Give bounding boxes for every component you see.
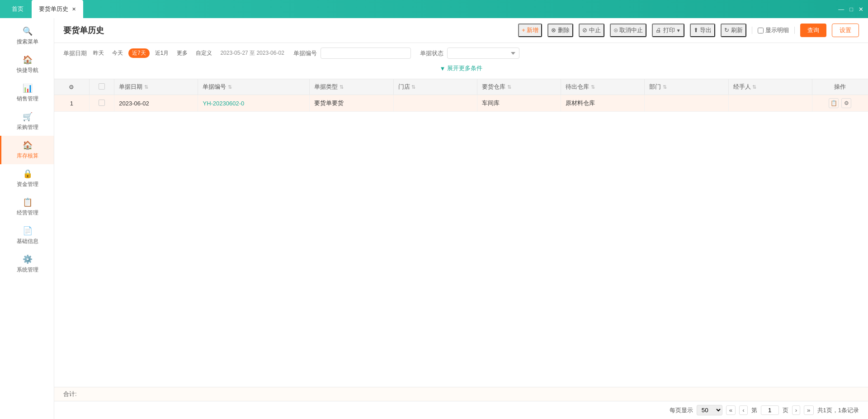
search-menu-icon: 🔍 xyxy=(23,26,33,36)
export-button-label: ⬆ 导出 xyxy=(693,26,712,34)
tab-home[interactable]: 首页 xyxy=(5,0,31,18)
sidebar-item-search-menu-label: 搜索菜单 xyxy=(17,38,38,46)
date-shortcut-more[interactable]: 更多 xyxy=(174,48,190,58)
expand-more-icon: ▼ xyxy=(440,65,446,72)
close-icon[interactable]: ✕ xyxy=(859,6,863,13)
maximize-icon[interactable]: □ xyxy=(849,6,853,13)
col-type-sort-icon[interactable]: ⇅ xyxy=(340,84,344,90)
inventory-icon: 🏠 xyxy=(23,140,33,150)
system-mgmt-icon: ⚙️ xyxy=(23,254,33,264)
print-button[interactable]: 🖨 打印 ▼ xyxy=(652,24,684,37)
date-shortcut-custom[interactable]: 自定义 xyxy=(193,48,215,58)
row-checkbox[interactable] xyxy=(99,100,105,106)
summary-label: 合计: xyxy=(63,390,77,398)
sidebar-item-purchase-mgmt[interactable]: 🛒 采购管理 xyxy=(0,107,54,136)
tab-requisition-history[interactable]: 要货单历史 ✕ xyxy=(32,0,83,18)
col-wait-wh-sort-icon[interactable]: ⇅ xyxy=(591,84,595,90)
display-detail-text: 显示明细 xyxy=(765,26,789,34)
export-button[interactable]: ⬆ 导出 xyxy=(690,24,716,37)
row-wait-wh: 原材料仓库 xyxy=(561,95,645,112)
col-handler-label: 经手人 xyxy=(733,83,751,90)
row-action: 📋 ⚙ xyxy=(812,95,868,112)
col-date-sort-icon[interactable]: ⇅ xyxy=(144,84,148,90)
expand-more-btn[interactable]: ▼ 展开更多条件 xyxy=(63,62,859,74)
sidebar-item-inventory[interactable]: 🏠 库存核算 xyxy=(0,136,54,164)
tab-list: 首页 要货单历史 ✕ xyxy=(5,0,83,18)
per-page-select[interactable]: 50 100 200 xyxy=(697,405,722,415)
sidebar-item-finance[interactable]: 🔒 资金管理 xyxy=(0,164,54,193)
col-settings[interactable]: ⚙ xyxy=(54,79,89,95)
minimize-icon[interactable]: — xyxy=(838,6,844,13)
sidebar-item-operation[interactable]: 📋 经营管理 xyxy=(0,193,54,221)
col-dept-sort-icon[interactable]: ⇅ xyxy=(663,84,667,90)
date-shortcut-today[interactable]: 今天 xyxy=(109,48,126,58)
add-button[interactable]: + 新增 xyxy=(518,24,542,37)
sidebar-item-quick-nav[interactable]: 🏠 快捷导航 xyxy=(0,50,54,79)
stop-button-label: ⊘ 中止 xyxy=(582,26,601,34)
page-label: 第 xyxy=(751,406,757,414)
top-bar-right: — □ ✕ xyxy=(838,6,863,13)
main-layout: 🔍 搜索菜单 🏠 快捷导航 📊 销售管理 🛒 采购管理 🏠 库存核算 🔒 资金管… xyxy=(0,18,868,419)
action-view-btn[interactable]: 📋 xyxy=(829,98,839,108)
col-handler-sort-icon[interactable]: ⇅ xyxy=(752,84,756,90)
toolbar-divider xyxy=(752,27,752,34)
col-req-wh-sort-icon[interactable]: ⇅ xyxy=(507,84,511,90)
date-filter-item: 单据日期 昨天 今天 近7天 近1月 更多 自定义 2023-05-27 至 2… xyxy=(63,48,284,58)
table-row: 1 2023-06-02 YH-20230602-0 要货单要货 xyxy=(54,95,868,112)
row-req-wh: 车间库 xyxy=(477,95,561,112)
setting-button[interactable]: 设置 xyxy=(832,24,859,37)
stop-button[interactable]: ⊘ 中止 xyxy=(579,24,604,37)
cancel-stop-button[interactable]: ⊙ 取消中止 xyxy=(610,24,647,37)
add-button-label: + 新增 xyxy=(522,26,538,34)
order-num-filter-item: 单据编号 xyxy=(293,48,411,59)
row-code-link[interactable]: YH-20230602-0 xyxy=(203,100,244,107)
sidebar-item-basic-info-label: 基础信息 xyxy=(17,238,38,245)
page-first-btn[interactable]: « xyxy=(726,405,736,415)
print-dropdown-icon[interactable]: ▼ xyxy=(676,28,681,33)
col-wait-wh-label: 待出仓库 xyxy=(566,83,589,90)
tab-close-icon[interactable]: ✕ xyxy=(72,6,76,12)
sidebar-item-system-mgmt[interactable]: ⚙️ 系统管理 xyxy=(0,250,54,278)
action-edit-btn[interactable]: ⚙ xyxy=(841,98,851,108)
date-shortcuts: 昨天 今天 近7天 近1月 更多 自定义 xyxy=(90,48,215,58)
date-shortcut-7days[interactable]: 近7天 xyxy=(128,48,150,58)
row-wait-wh-value: 原材料仓库 xyxy=(566,100,595,106)
query-button[interactable]: 查询 xyxy=(800,24,826,37)
date-shortcut-1month[interactable]: 近1月 xyxy=(152,48,172,58)
page-next-btn[interactable]: › xyxy=(792,405,800,415)
date-shortcut-yesterday[interactable]: 昨天 xyxy=(90,48,107,58)
status-select[interactable] xyxy=(447,48,519,59)
page-last-btn[interactable]: » xyxy=(804,405,813,415)
action-icons: 📋 ⚙ xyxy=(817,98,863,108)
col-type-label: 单据类型 xyxy=(314,83,338,90)
col-req-wh-label: 要货仓库 xyxy=(482,83,505,90)
tab-home-label: 首页 xyxy=(12,5,24,13)
col-code-sort-icon[interactable]: ⇅ xyxy=(228,84,232,90)
pagination-bar: 每页显示 50 100 200 « ‹ 第 页 › » 共1页，1条记录 xyxy=(54,401,868,419)
refresh-button[interactable]: ↻ 刷新 xyxy=(721,24,746,37)
col-store-label: 门店 xyxy=(398,83,410,90)
display-detail-checkbox[interactable] xyxy=(758,28,764,33)
row-date: 2023-06-02 xyxy=(114,95,198,112)
row-req-wh-value: 车间库 xyxy=(482,100,500,106)
col-store-sort-icon[interactable]: ⇅ xyxy=(411,84,415,90)
header-checkbox[interactable] xyxy=(99,83,105,90)
delete-button[interactable]: ⊗ 删除 xyxy=(547,24,573,37)
order-num-input[interactable] xyxy=(321,48,411,59)
sidebar-item-sales-mgmt-label: 销售管理 xyxy=(17,95,38,103)
sidebar: 🔍 搜索菜单 🏠 快捷导航 📊 销售管理 🛒 采购管理 🏠 库存核算 🔒 资金管… xyxy=(0,18,54,419)
filter-area: 单据日期 昨天 今天 近7天 近1月 更多 自定义 2023-05-27 至 2… xyxy=(54,43,868,79)
row-num-value: 1 xyxy=(70,100,73,107)
page-number-input[interactable] xyxy=(761,405,779,415)
sidebar-item-search-menu[interactable]: 🔍 搜索菜单 xyxy=(0,22,54,50)
query-button-label: 查询 xyxy=(807,27,819,33)
total-info: 共1页，1条记录 xyxy=(817,406,859,414)
sales-mgmt-icon: 📊 xyxy=(23,83,33,93)
sidebar-item-sales-mgmt[interactable]: 📊 销售管理 xyxy=(0,79,54,107)
order-num-label: 单据编号 xyxy=(293,49,317,57)
col-type-header: 单据类型 ⇅ xyxy=(310,79,393,95)
page-title: 要货单历史 xyxy=(63,25,104,36)
page-prev-btn[interactable]: ‹ xyxy=(739,405,747,415)
sidebar-item-basic-info[interactable]: 📄 基础信息 xyxy=(0,221,54,250)
col-action-header: 操作 xyxy=(812,79,868,95)
